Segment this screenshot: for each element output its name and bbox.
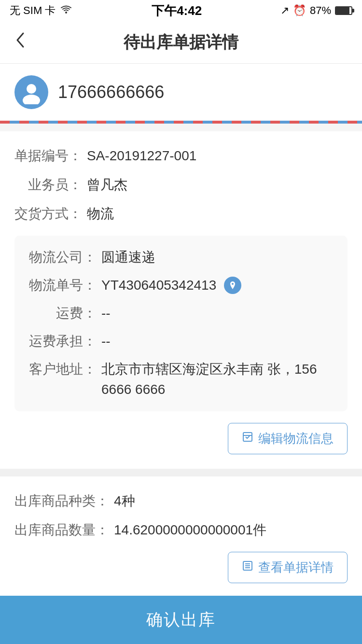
customer-phone: 17666666666 (58, 82, 164, 102)
order-number-label: 单据编号： (14, 146, 82, 166)
freight-bearer-row: 运费承担： -- (29, 331, 333, 351)
edit-logistics-label: 编辑物流信息 (258, 430, 334, 447)
delivery-value: 物流 (82, 204, 348, 224)
confirm-button-label: 确认出库 (146, 609, 216, 631)
view-detail-btn-container: 查看单据详情 (14, 552, 348, 583)
product-type-value: 4种 (109, 491, 348, 511)
order-info-section: 单据编号： SA-20191227-001 业务员： 曾凡杰 交货方式： 物流 … (0, 131, 362, 469)
svg-rect-3 (243, 433, 252, 441)
product-quantity-label: 出库商品数量： (14, 520, 109, 540)
edit-logistics-button[interactable]: 编辑物流信息 (228, 423, 348, 454)
view-detail-label: 查看单据详情 (258, 559, 334, 576)
tracking-number: YT43064053424​13 (101, 275, 216, 295)
logistics-company-row: 物流公司： 圆通速递 (29, 247, 333, 267)
address-label: 客户地址： (29, 359, 97, 379)
delivery-row: 交货方式： 物流 (14, 204, 348, 224)
customer-header: 17666666666 (0, 64, 362, 121)
logistics-company-value: 圆通速递 (97, 247, 333, 267)
salesman-label: 业务员： (14, 175, 82, 195)
edit-logistics-btn-container: 编辑物流信息 (14, 423, 348, 454)
avatar (14, 75, 48, 109)
product-type-row: 出库商品种类： 4种 (14, 491, 348, 511)
status-right: ↗ ⏰ 87% (280, 4, 352, 17)
salesman-row: 业务员： 曾凡杰 (14, 175, 348, 195)
edit-icon (242, 431, 253, 446)
freight-label: 运费： (29, 303, 97, 323)
alarm-icon: ⏰ (293, 4, 306, 17)
freight-row: 运费： -- (29, 303, 333, 323)
address-row: 客户地址： 北京市市辖区海淀区永丰南 张，156 6666 6666 (29, 359, 333, 400)
back-button[interactable] (14, 31, 43, 53)
status-left: 无 SIM 卡 (10, 3, 73, 18)
view-detail-button[interactable]: 查看单据详情 (228, 552, 348, 583)
svg-point-1 (27, 84, 36, 94)
battery-icon (335, 6, 352, 15)
tracking-location-icon[interactable] (224, 277, 241, 294)
dashed-divider (0, 121, 362, 124)
page-title: 待出库单据详情 (124, 31, 238, 54)
carrier-label: 无 SIM 卡 (10, 3, 56, 18)
nav-bar: 待出库单据详情 (0, 21, 362, 64)
tracking-row: 物流单号： YT43064053424​13 (29, 275, 333, 295)
freight-bearer-value: -- (97, 331, 333, 351)
address-value: 北京市市辖区海淀区永丰南 张，156 6666 6666 (97, 359, 333, 400)
delivery-label: 交货方式： (14, 204, 82, 224)
order-number-value: SA-20191227-001 (82, 146, 348, 166)
location-status-icon: ↗ (280, 4, 289, 17)
product-quantity-row: 出库商品数量： 14.620000000000000​1件 (14, 520, 348, 540)
order-number-row: 单据编号： SA-20191227-001 (14, 146, 348, 166)
confirm-bar[interactable]: 确认出库 (0, 596, 362, 644)
salesman-value: 曾凡杰 (82, 175, 348, 195)
status-time: 下午4:42 (152, 2, 202, 19)
section-divider (0, 469, 362, 476)
status-bar: 无 SIM 卡 下午4:42 ↗ ⏰ 87% (0, 0, 362, 21)
tracking-value: YT43064053424​13 (97, 275, 333, 295)
battery-percent: 87% (310, 4, 331, 17)
product-section: 出库商品种类： 4种 出库商品数量： 14.620000000000000​1件… (0, 476, 362, 598)
freight-value: -- (97, 303, 333, 323)
product-type-label: 出库商品种类： (14, 491, 109, 511)
freight-bearer-label: 运费承担： (29, 331, 97, 351)
svg-point-2 (23, 95, 40, 104)
logistics-company-label: 物流公司： (29, 247, 97, 267)
list-icon (242, 560, 253, 575)
logistics-card: 物流公司： 圆通速递 物流单号： YT43064053424​13 运费： -- (14, 236, 348, 411)
wifi-icon (59, 4, 73, 17)
product-quantity-value: 14.620000000000000​1件 (109, 520, 348, 540)
tracking-label: 物流单号： (29, 275, 97, 295)
svg-point-0 (65, 12, 67, 14)
